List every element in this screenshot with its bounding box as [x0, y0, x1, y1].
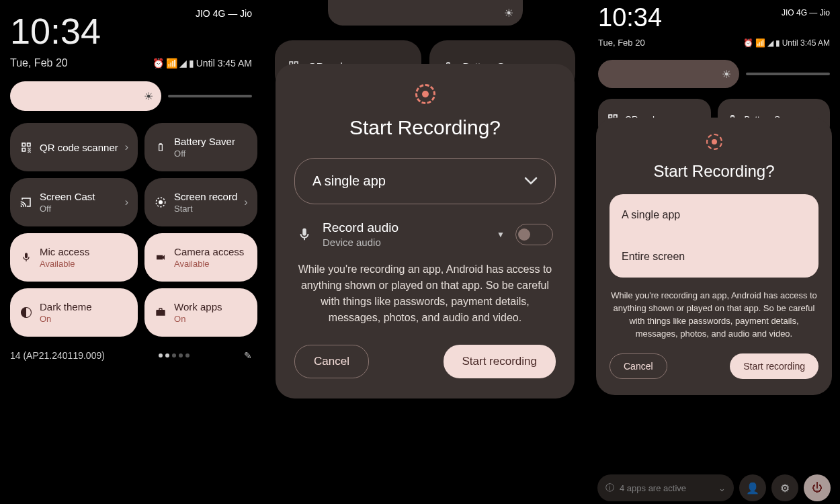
qs-tile-battery[interactable]: Battery Saver Off [144, 123, 257, 171]
until-label: Until 3:45 AM [196, 58, 252, 69]
status-bar: ⏰ 📶 ◢ ▮ Until 3:45 AM [153, 58, 252, 69]
dialog-title: Start Recording? [294, 116, 556, 139]
tile-sub: On [40, 314, 128, 324]
qs-tile-qr[interactable]: QR code scanner › [10, 123, 138, 171]
settings-button[interactable]: ⚙ [771, 474, 798, 501]
cancel-button[interactable]: Cancel [294, 345, 369, 378]
info-icon: ⓘ [605, 482, 614, 494]
tile-sub: Off [174, 149, 248, 159]
mic-icon [19, 251, 33, 264]
chevron-down-icon [524, 177, 538, 186]
recording-dialog: Start Recording? A single app Record aud… [276, 64, 575, 398]
start-recording-button[interactable]: Start recording [444, 345, 556, 378]
active-apps-pill[interactable]: ⓘ 4 apps are active ⌄ [597, 474, 734, 501]
scope-dropdown[interactable]: A single app [294, 158, 556, 204]
until-label: Until 3:45 AM [782, 38, 830, 48]
record-icon [154, 196, 167, 208]
date: Tue, Feb 20 [10, 57, 68, 69]
cast-icon [19, 196, 33, 208]
recording-dialog: Start Recording? A single app Entire scr… [596, 118, 832, 395]
signal-icon: ◢ [767, 38, 773, 48]
battery-icon [154, 140, 167, 154]
tile-title: Camera access [174, 246, 248, 257]
svg-point-1 [159, 200, 163, 204]
tile-title: Work apps [174, 301, 248, 312]
alarm-icon: ⏰ [743, 38, 753, 48]
warning-text: While you're recording an app, Android h… [294, 261, 556, 326]
battery-icon: ▮ [189, 58, 194, 69]
dialog-title: Start Recording? [610, 162, 818, 181]
power-button[interactable]: ⏻ [804, 474, 831, 501]
tile-sub: Off [40, 204, 118, 214]
qs-tile-work[interactable]: Work apps On [144, 288, 257, 337]
tile-sub: On [174, 314, 248, 324]
start-recording-button[interactable]: Start recording [730, 353, 818, 379]
tile-sub: Available [174, 259, 248, 269]
record-audio-row[interactable]: Record audio Device audio ▼ [294, 220, 556, 248]
status-bar: ⏰ 📶 ◢ ▮ Until 3:45 AM [743, 38, 830, 48]
carrier-label: JIO 4G — Jio [782, 8, 830, 17]
tile-sub: Start [174, 204, 237, 214]
tile-title: Screen Cast [40, 191, 118, 202]
brightness-slider[interactable]: ☀ [598, 60, 830, 88]
audio-title: Record audio [323, 220, 486, 235]
wifi-icon: 📶 [166, 58, 177, 69]
camera-icon [154, 252, 167, 263]
chevron-right-icon: › [244, 196, 247, 208]
cancel-button[interactable]: Cancel [610, 353, 667, 379]
edit-icon[interactable]: ✎ [244, 350, 252, 361]
top-pill: ☀ [328, 0, 523, 26]
page-dots [159, 353, 190, 358]
chevron-right-icon: › [125, 141, 128, 153]
qs-tile-camera[interactable]: Camera access Available [144, 233, 257, 282]
audio-sub: Device audio [323, 237, 486, 248]
battery-icon: ▮ [775, 38, 780, 48]
tile-title: Battery Saver [174, 136, 248, 147]
tile-sub: Available [40, 259, 128, 269]
brightness-icon: ☀ [504, 7, 513, 19]
carrier-label: JIO 4G — Jio [196, 8, 252, 19]
build-label: 14 (AP21.240119.009) [10, 350, 105, 361]
audio-toggle[interactable] [515, 224, 553, 245]
brightness-slider[interactable]: ☀ [10, 81, 252, 111]
tile-title: Dark theme [40, 301, 128, 312]
dark-icon [19, 306, 33, 319]
signal-icon: ◢ [179, 58, 187, 69]
user-button[interactable]: 👤 [739, 474, 766, 501]
qs-tile-cast[interactable]: Screen Cast Off › [10, 178, 138, 226]
brightness-icon: ☀ [722, 68, 731, 81]
dropdown-caret-icon[interactable]: ▼ [497, 230, 505, 239]
record-icon [610, 134, 818, 150]
option-entire-screen[interactable]: Entire screen [610, 236, 818, 278]
brightness-icon: ☀ [144, 90, 153, 103]
tile-title: QR code scanner [40, 142, 118, 153]
tile-title: Screen record [174, 191, 237, 202]
active-apps-label: 4 apps are active [620, 483, 686, 493]
chevron-down-icon: ⌄ [718, 483, 726, 493]
record-icon [294, 84, 556, 104]
wifi-icon: 📶 [755, 38, 765, 48]
qr-icon [19, 141, 33, 153]
tile-title: Mic access [40, 246, 128, 257]
scope-value: A single app [312, 173, 386, 189]
qs-tile-mic[interactable]: Mic access Available [10, 233, 138, 282]
scope-options: A single app Entire screen [610, 194, 818, 278]
qs-tile-record[interactable]: Screen record Start › [144, 178, 257, 226]
work-icon [154, 307, 167, 318]
alarm-icon: ⏰ [153, 58, 164, 69]
mic-icon [297, 227, 312, 242]
chevron-right-icon: › [125, 196, 128, 208]
warning-text: While you're recording an app, Android h… [610, 290, 818, 340]
qs-tile-dark[interactable]: Dark theme On [10, 288, 138, 337]
date: Tue, Feb 20 [598, 38, 645, 48]
option-single-app[interactable]: A single app [610, 194, 818, 236]
